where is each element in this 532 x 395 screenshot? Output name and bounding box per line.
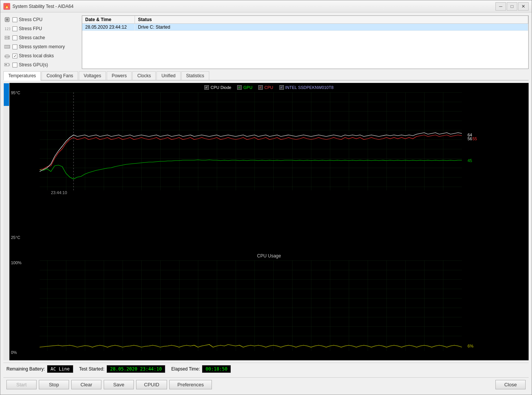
log-header: Date & Time Status <box>82 16 528 24</box>
svg-text:55: 55 <box>472 136 477 141</box>
log-cell-datetime: 28.05.2020 23:44:12 <box>82 24 135 31</box>
legend-ssd-checkbox[interactable]: ✓ <box>279 85 284 90</box>
battery-status: Remaining Battery: AC Line <box>6 365 73 373</box>
legend-cpu-diode: ✓ CPU Diode <box>204 85 231 90</box>
legend-gpu: ✓ GPU <box>237 85 252 90</box>
legend-gpu-label: GPU <box>243 85 252 90</box>
stress-options: Stress CPU 123 Stress FPU Stress cache <box>3 15 79 69</box>
log-row[interactable]: 28.05.2020 23:44:12 Drive C: Started <box>82 24 528 31</box>
title-buttons: ─ □ ✕ <box>495 2 529 11</box>
stress-memory-item: Stress system memory <box>3 43 79 51</box>
temp-chart-y-axis: 95°C 25°C <box>11 83 20 251</box>
stress-cpu-label: Stress CPU <box>19 17 43 22</box>
stress-fpu-item: 123 Stress FPU <box>3 24 79 33</box>
tab-voltages[interactable]: Voltages <box>79 71 106 80</box>
legend-cpu-checkbox[interactable]: ✓ <box>258 85 263 90</box>
legend-gpu-checkbox[interactable]: ✓ <box>237 85 242 90</box>
cache-icon <box>3 35 11 41</box>
tab-clocks[interactable]: Clocks <box>132 71 156 80</box>
svg-rect-33 <box>40 92 462 190</box>
cpu-chart-svg: 6% <box>9 251 529 360</box>
elapsed-time-status: Elapsed Time: 00:18:50 <box>171 365 231 373</box>
tab-statistics[interactable]: Statistics <box>181 71 209 80</box>
legend-ssd-label: INTEL SSDPEKNW010T8 <box>285 85 334 90</box>
stress-memory-checkbox[interactable] <box>12 44 17 49</box>
svg-rect-29 <box>5 64 7 65</box>
cpu-usage-chart: CPU Usage 100% 0% <box>9 251 529 360</box>
stress-gpu-checkbox[interactable] <box>12 63 17 67</box>
legend-cpu-diode-checkbox[interactable]: ✓ <box>204 85 209 90</box>
stress-fpu-label: Stress FPU <box>19 26 42 31</box>
tab-cooling[interactable]: Cooling Fans <box>41 71 78 80</box>
svg-rect-1 <box>6 18 8 21</box>
minimize-button[interactable]: ─ <box>495 2 506 11</box>
temperature-chart: ✓ CPU Diode ✓ GPU ✓ CPU ✓ <box>9 83 529 251</box>
tab-bar: Temperatures Cooling Fans Voltages Power… <box>3 71 529 81</box>
stress-disks-label: Stress local disks <box>19 53 54 58</box>
bottom-buttons: Start Stop Clear Save CPUID Preferences … <box>3 377 529 392</box>
title-bar: 🔥 System Stability Test - AIDA64 ─ □ ✕ <box>0 0 532 12</box>
top-section: Stress CPU 123 Stress FPU Stress cache <box>3 15 529 69</box>
stress-disks-checkbox[interactable]: ✓ <box>12 54 17 58</box>
status-bar: Remaining Battery: AC Line Test Started:… <box>3 363 529 375</box>
svg-rect-41 <box>40 260 462 351</box>
start-button[interactable]: Start <box>6 380 37 389</box>
stress-cache-checkbox[interactable] <box>12 35 17 40</box>
stress-disks-item: ✓ Stress local disks <box>3 52 79 60</box>
save-button[interactable]: Save <box>104 380 134 389</box>
log-header-datetime: Date & Time <box>82 16 135 23</box>
cpuid-button[interactable]: CPUID <box>136 380 167 389</box>
svg-text:23:44:10: 23:44:10 <box>51 190 67 195</box>
clear-button[interactable]: Clear <box>71 380 101 389</box>
svg-text:45: 45 <box>468 158 472 163</box>
tab-unified[interactable]: Unified <box>156 71 180 80</box>
cpu-chart-title: CPU Usage <box>257 253 281 259</box>
window-title: System Stability Test - AIDA64 <box>12 4 495 9</box>
cpu-y-min: 0% <box>11 350 21 355</box>
temp-chart-svg: 64 56 55 45 23:44:10 <box>9 83 529 251</box>
stress-gpu-label: Stress GPU(s) <box>19 62 48 67</box>
stress-memory-label: Stress system memory <box>19 44 65 49</box>
log-header-status: Status <box>135 16 528 23</box>
legend-cpu: ✓ CPU <box>258 85 273 90</box>
scrollbar-thumb[interactable] <box>4 83 9 106</box>
log-panel: Date & Time Status 28.05.2020 23:44:12 D… <box>82 15 529 69</box>
fpu-icon: 123 <box>3 26 11 32</box>
test-started-label: Test Started: <box>79 366 104 372</box>
stress-cpu-item: Stress CPU <box>3 15 79 24</box>
temp-y-min: 25°C <box>11 235 20 240</box>
elapsed-label: Elapsed Time: <box>171 366 200 372</box>
cpu-y-max: 100% <box>11 260 21 265</box>
legend-ssd: ✓ INTEL SSDPEKNW010T8 <box>279 85 334 90</box>
battery-value: AC Line <box>47 365 73 373</box>
stop-button[interactable]: Stop <box>39 380 69 389</box>
stress-cache-item: Stress cache <box>3 34 79 42</box>
test-started-value: 28.05.2020 23:44:10 <box>107 365 165 373</box>
close-window-button[interactable]: ✕ <box>518 2 529 11</box>
elapsed-value: 00:18:50 <box>202 365 231 373</box>
stress-cache-label: Stress cache <box>19 35 45 40</box>
svg-text:6%: 6% <box>468 344 474 348</box>
legend-cpu-label: CPU <box>264 85 273 90</box>
tab-powers[interactable]: Powers <box>107 71 132 80</box>
svg-text:123: 123 <box>5 27 10 31</box>
disk-icon <box>3 53 11 59</box>
preferences-button[interactable]: Preferences <box>169 380 212 389</box>
sidebar-scrollbar[interactable] <box>3 83 9 360</box>
battery-label: Remaining Battery: <box>6 366 45 372</box>
stress-cpu-checkbox[interactable] <box>12 17 17 22</box>
tab-temperatures[interactable]: Temperatures <box>3 71 41 81</box>
legend-cpu-diode-label: CPU Diode <box>210 85 231 90</box>
main-content: Stress CPU 123 Stress FPU Stress cache <box>0 12 532 395</box>
close-button[interactable]: Close <box>495 380 526 389</box>
temp-chart-legend: ✓ CPU Diode ✓ GPU ✓ CPU ✓ <box>9 85 529 90</box>
maximize-button[interactable]: □ <box>507 2 517 11</box>
app-icon: 🔥 <box>3 3 10 10</box>
svg-text:56: 56 <box>468 136 472 141</box>
log-cell-status: Drive C: Started <box>135 24 528 31</box>
main-window: 🔥 System Stability Test - AIDA64 ─ □ ✕ S… <box>0 0 532 395</box>
stress-fpu-checkbox[interactable] <box>12 26 17 31</box>
stress-gpu-item: Stress GPU(s) <box>3 61 79 69</box>
temp-y-max: 95°C <box>11 90 20 95</box>
test-started-status: Test Started: 28.05.2020 23:44:10 <box>79 365 166 373</box>
